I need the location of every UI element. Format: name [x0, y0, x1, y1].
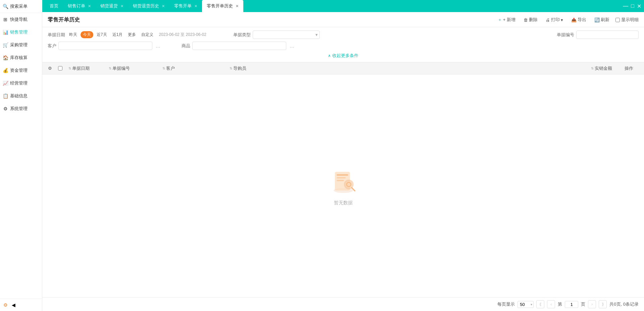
tab-sales-order-close[interactable]: ✕ [88, 4, 91, 8]
th-settings[interactable]: ⚙ [45, 63, 55, 73]
window-maximize-icon[interactable]: □ [631, 3, 634, 9]
page-prev-button[interactable]: ‹ [547, 300, 555, 308]
number-filter-input[interactable] [576, 31, 639, 39]
goods-filter-input[interactable] [192, 42, 286, 50]
collapse-filter-label: 收起更多条件 [332, 53, 358, 59]
delete-icon: 🗑 [524, 17, 528, 22]
sidebar-footer: ⚙ ◀ [0, 299, 42, 311]
basic-info-icon: 📋 [3, 93, 8, 99]
date-btn-today[interactable]: 今天 [81, 31, 93, 38]
tab-retail-open[interactable]: 零售开单 ✕ [169, 0, 202, 12]
page-header: 零售开单历史 ＋ + 新增 🗑 删除 🖨 打印 ▾ 📤 导出 🔄 刷新 [42, 12, 644, 27]
sort-number-icon[interactable]: ⇅ [109, 66, 111, 70]
print-button[interactable]: 🖨 打印 ▾ [544, 15, 565, 24]
sort-amount-icon[interactable]: ⇅ [591, 66, 594, 70]
tab-sales-return[interactable]: 销货退货 ✕ [96, 0, 128, 12]
sidebar-item-finance[interactable]: 💰 资金管理 [0, 64, 42, 77]
th-spacer [260, 66, 588, 71]
date-filter-label: 单据日期 [48, 32, 65, 38]
empty-icon [328, 166, 358, 196]
show-detail-checkbox[interactable] [615, 18, 620, 22]
page-label-2: 页 [581, 301, 585, 307]
add-button[interactable]: ＋ + 新增 [496, 15, 517, 24]
sales-mgmt-icon: 📊 [3, 30, 8, 35]
window-minimize-icon[interactable]: — [623, 3, 628, 9]
tab-bar: 首页 销售订单 ✕ 销货退货 ✕ 销货退货历史 ✕ 零售开单 ✕ 零售开单历史 … [42, 0, 644, 12]
date-btn-1month[interactable]: 近1月 [110, 31, 125, 38]
date-btn-yesterday[interactable]: 昨天 [67, 31, 79, 38]
date-shortcuts: 昨天 今天 近7天 近1月 更多 自定义 [67, 31, 155, 38]
sidebar-item-sales-mgmt[interactable]: 📊 销售管理 [0, 26, 42, 39]
search-icon: 🔍 [3, 4, 8, 9]
date-btn-7days[interactable]: 近7天 [95, 31, 109, 38]
table-area: ⚙ ⇅ 单据日期 ⇅ 单据编号 ⇅ 客户 ⇅ 导购员 ⇅ [42, 62, 644, 297]
sort-guide-icon[interactable]: ⇅ [230, 66, 232, 70]
sidebar-item-inventory[interactable]: 🏠 库存核算 [0, 51, 42, 64]
filter-area: 单据日期 昨天 今天 近7天 近1月 更多 自定义 2023-06-02 至 2… [42, 27, 644, 62]
collapse-filter-button[interactable]: 收起更多条件 [328, 53, 358, 59]
sidebar-item-purchase-mgmt[interactable]: 🛒 采购管理 [0, 39, 42, 51]
sidebar-item-basic-info[interactable]: 📋 基础信息 [0, 90, 42, 102]
tab-home[interactable]: 首页 [45, 0, 63, 12]
customer-filter-input[interactable] [58, 42, 152, 50]
tab-sales-return-history[interactable]: 销货退货历史 ✕ [128, 0, 169, 12]
page-first-button[interactable]: ⟪ [536, 300, 544, 308]
goods-filter-field: 商品 ... [182, 42, 295, 50]
page-size-label: 每页显示 [497, 301, 515, 307]
th-operation: 操作 [621, 63, 641, 74]
purchase-mgmt-icon: 🛒 [3, 42, 8, 48]
date-btn-custom[interactable]: 自定义 [139, 31, 155, 38]
delete-button[interactable]: 🗑 删除 [522, 15, 540, 24]
window-close-icon[interactable]: ✕ [637, 3, 641, 9]
page-next-button[interactable]: › [588, 300, 596, 308]
export-button[interactable]: 📤 导出 [569, 15, 588, 24]
export-icon: 📤 [571, 17, 577, 22]
settings-icon[interactable]: ⚙ [3, 302, 8, 308]
tab-retail-open-history-close[interactable]: ✕ [236, 4, 239, 8]
refresh-icon: 🔄 [594, 17, 600, 22]
sys-mgmt-icon: ⚙ [3, 106, 8, 111]
collapse-sidebar-icon[interactable]: ◀ [11, 302, 16, 308]
date-btn-more[interactable]: 更多 [126, 31, 138, 38]
page-last-button[interactable]: ⟫ [599, 300, 607, 308]
tab-retail-open-history[interactable]: 零售开单历史 ✕ [202, 0, 243, 12]
th-number: ⇅ 单据编号 [105, 63, 159, 74]
print-dropdown-icon: ▾ [561, 17, 563, 22]
operations-icon: 📈 [3, 81, 8, 86]
th-guide: ⇅ 导购员 [226, 63, 260, 74]
type-select[interactable] [253, 31, 320, 39]
inventory-icon: 🏠 [3, 55, 8, 60]
th-date: ⇅ 单据日期 [65, 63, 105, 74]
sidebar: 🔍 搜索采单 ⊞ 快捷导航 📊 销售管理 🛒 采购管理 🏠 库存核算 💰 资金管… [0, 0, 42, 311]
refresh-button[interactable]: 🔄 刷新 [592, 15, 611, 24]
customer-filter-label: 客户 [48, 43, 56, 49]
sidebar-search[interactable]: 🔍 搜索采单 [0, 0, 42, 13]
tab-sales-return-close[interactable]: ✕ [120, 4, 123, 8]
th-checkbox[interactable] [55, 63, 65, 73]
sidebar-item-operations[interactable]: 📈 经营管理 [0, 77, 42, 90]
sidebar-item-quick-nav[interactable]: ⊞ 快捷导航 [0, 13, 42, 26]
show-detail-checkbox-wrap[interactable]: 显示明细 [615, 17, 639, 23]
tab-sales-order[interactable]: 销售订单 ✕ [63, 0, 96, 12]
page-number-input[interactable] [565, 301, 578, 308]
tab-sales-return-history-close[interactable]: ✕ [162, 4, 165, 8]
sort-client-icon[interactable]: ⇅ [162, 66, 165, 70]
goods-filter-more[interactable]: ... [288, 43, 295, 49]
toolbar: ＋ + 新增 🗑 删除 🖨 打印 ▾ 📤 导出 🔄 刷新 [496, 15, 639, 24]
pagination: 每页显示 50 10 20 100 ⟪ ‹ 第 页 › ⟫ 共0页, 0条记录 [42, 297, 644, 311]
finance-icon: 💰 [3, 68, 8, 73]
print-icon: 🖨 [546, 17, 550, 22]
customer-filter-more[interactable]: ... [154, 43, 161, 49]
date-range-text: 2023-06-02 至 2023-06-02 [159, 32, 206, 38]
page-size-select[interactable]: 50 10 20 100 [517, 301, 534, 308]
goods-filter-label: 商品 [182, 43, 190, 49]
sidebar-item-sys-mgmt[interactable]: ⚙ 系统管理 [0, 102, 42, 115]
table-header: ⚙ ⇅ 单据日期 ⇅ 单据编号 ⇅ 客户 ⇅ 导购员 ⇅ [42, 62, 644, 74]
quick-nav-icon: ⊞ [3, 17, 8, 22]
type-filter-field: 单据类型 [233, 31, 320, 39]
select-all-checkbox[interactable] [58, 66, 62, 70]
tab-bar-actions: — □ ✕ [623, 3, 641, 9]
svg-rect-2 [337, 174, 348, 176]
tab-retail-open-close[interactable]: ✕ [194, 4, 197, 8]
sort-date-icon[interactable]: ⇅ [68, 66, 71, 70]
